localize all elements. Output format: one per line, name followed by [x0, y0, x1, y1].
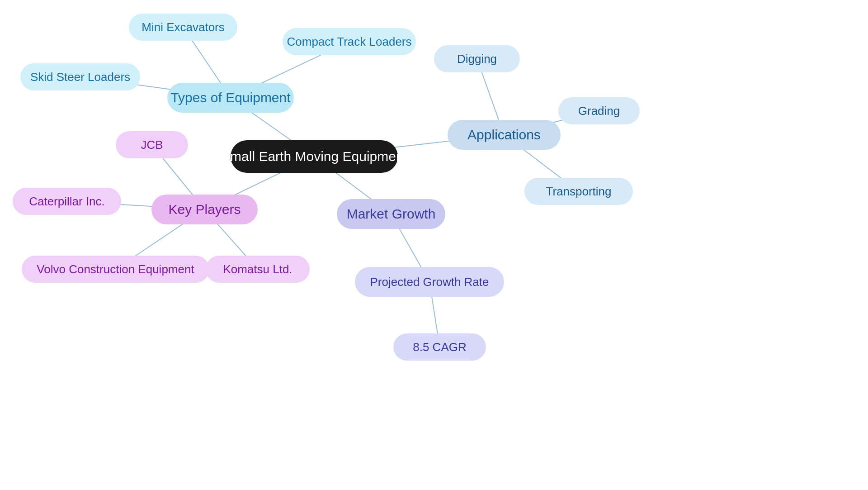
mini-excavators-label: Mini Excavators [142, 20, 225, 34]
caterpillar-label: Caterpillar Inc. [29, 195, 105, 209]
market-growth-label: Market Growth [347, 206, 436, 222]
center-label: Small Earth Moving Equipment [221, 149, 407, 164]
key-players-label: Key Players [168, 202, 241, 217]
digging-node: Digging [434, 45, 520, 72]
digging-label: Digging [457, 52, 497, 66]
types-label: Types of Equipment [170, 90, 290, 105]
mini-excavators-node: Mini Excavators [129, 14, 237, 41]
cagr-node: 8.5 CAGR [393, 333, 486, 361]
applications-label: Applications [467, 127, 541, 143]
applications-node: Applications [448, 120, 561, 150]
komatsu-label: Komatsu Ltd. [223, 262, 292, 276]
cagr-label: 8.5 CAGR [413, 340, 467, 354]
komatsu-node: Komatsu Ltd. [206, 256, 310, 283]
projected-growth-rate-label: Projected Growth Rate [370, 275, 489, 289]
market-growth-node: Market Growth [337, 199, 445, 229]
jcb-label: JCB [141, 138, 163, 152]
volvo-node: Volvo Construction Equipment [22, 256, 209, 283]
grading-node: Grading [558, 97, 640, 124]
types-of-equipment-node: Types of Equipment [167, 83, 294, 113]
jcb-node: JCB [116, 131, 188, 158]
center-node: Small Earth Moving Equipment [231, 140, 398, 173]
skid-steer-loaders-label: Skid Steer Loaders [30, 70, 130, 84]
key-players-node: Key Players [151, 195, 258, 224]
skid-steer-loaders-node: Skid Steer Loaders [20, 63, 140, 90]
volvo-label: Volvo Construction Equipment [37, 262, 194, 276]
compact-track-loaders-label: Compact Track Loaders [287, 35, 412, 49]
transporting-label: Transporting [546, 185, 612, 199]
caterpillar-node: Caterpillar Inc. [13, 188, 121, 215]
grading-label: Grading [578, 104, 620, 118]
transporting-node: Transporting [524, 178, 633, 205]
compact-track-loaders-node: Compact Track Loaders [283, 28, 416, 55]
projected-growth-rate-node: Projected Growth Rate [355, 267, 504, 297]
